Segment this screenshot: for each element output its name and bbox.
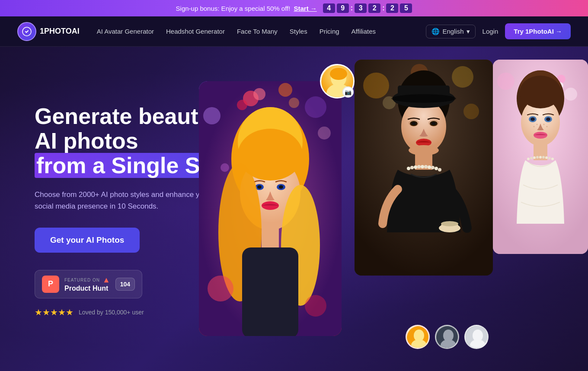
timer-d1: 4 [323, 3, 335, 13]
svg-point-77 [543, 124, 545, 125]
banner-text: Sign-up bonus: Enjoy a special 50% off! [176, 5, 291, 12]
try-cta-button[interactable]: Try 1PhotoAI → [505, 23, 571, 39]
svg-point-25 [305, 295, 326, 317]
svg-point-17 [257, 185, 262, 189]
product-hunt-icon: P [42, 276, 59, 293]
svg-point-90 [542, 156, 545, 159]
globe-icon: 🌐 [431, 28, 440, 35]
svg-point-74 [520, 76, 561, 108]
svg-point-54 [417, 165, 421, 168]
svg-point-75 [534, 126, 535, 127]
svg-point-18 [279, 185, 283, 189]
top-banner: Sign-up bonus: Enjoy a special 50% off! … [0, 0, 588, 16]
selfie-svg [199, 81, 342, 336]
selfie-image [199, 81, 342, 336]
login-button[interactable]: Login [483, 28, 499, 35]
svg-point-82 [546, 117, 550, 121]
lady-black-svg [355, 60, 493, 276]
timer-d4: 2 [368, 3, 380, 13]
svg-point-40 [391, 94, 456, 103]
main-ai-photo [355, 60, 493, 276]
svg-point-65 [497, 73, 514, 90]
svg-point-93 [551, 158, 554, 160]
svg-point-32 [452, 66, 473, 88]
svg-point-86 [530, 157, 533, 159]
svg-point-44 [431, 122, 436, 125]
nav-link-affiliates[interactable]: Affiliates [352, 28, 376, 35]
svg-point-78 [546, 126, 548, 127]
product-hunt-badge[interactable]: P FEATURED ON ▲ Product Hunt 104 [35, 270, 142, 298]
start-link[interactable]: Start → [294, 5, 316, 12]
product-hunt-info: FEATURED ON ▲ Product Hunt [64, 276, 110, 292]
timer-d2: 9 [337, 3, 349, 13]
svg-point-58 [431, 166, 435, 169]
svg-point-9 [278, 83, 292, 97]
nav-link-ai-avatar[interactable]: AI Avatar Generator [97, 28, 154, 35]
lang-label: English [442, 28, 463, 35]
ph-arrow: ▲ [102, 276, 110, 285]
svg-point-51 [407, 167, 410, 170]
thumbnail-2[interactable] [435, 325, 459, 349]
logo-icon [17, 22, 36, 41]
side-lady-svg [493, 60, 588, 254]
selfie-bg [199, 81, 342, 336]
svg-point-63 [441, 221, 458, 226]
svg-point-53 [414, 165, 417, 169]
svg-point-56 [424, 165, 428, 168]
nav-link-pricing[interactable]: Pricing [320, 28, 339, 35]
thumbnail-1[interactable] [406, 325, 430, 349]
svg-point-24 [208, 276, 233, 301]
svg-point-66 [564, 88, 577, 101]
user-thumbnails [406, 325, 489, 349]
svg-point-3 [318, 127, 331, 140]
star-rating: ★★★★★ [35, 307, 74, 317]
loved-text: Loved by 150,000+ user [79, 309, 144, 316]
svg-point-88 [536, 156, 539, 159]
logo[interactable]: 1PHOTOAI [17, 22, 80, 41]
camera-icon[interactable]: 📷 [342, 86, 354, 98]
svg-point-59 [435, 167, 438, 170]
thumbnail-3[interactable] [464, 325, 489, 349]
nav-link-styles[interactable]: Styles [290, 28, 307, 35]
nav-link-face-to-many[interactable]: Face To Many [237, 28, 278, 35]
svg-point-7 [253, 88, 265, 100]
svg-point-8 [237, 100, 247, 110]
logo-text: 1PHOTOAI [40, 27, 80, 36]
svg-point-52 [410, 166, 414, 169]
svg-point-60 [438, 168, 441, 171]
lady-black-bg [355, 60, 493, 276]
svg-point-81 [530, 117, 535, 121]
svg-point-35 [463, 104, 479, 119]
ph-name: Product Hunt [64, 285, 110, 292]
svg-point-91 [545, 156, 548, 159]
svg-point-89 [539, 156, 542, 159]
svg-point-57 [428, 165, 431, 169]
timer-d5: 2 [386, 3, 398, 13]
svg-point-2 [203, 107, 220, 124]
nav-links: AI Avatar Generator Headshot Generator F… [97, 28, 426, 35]
timer-d3: 3 [355, 3, 367, 13]
timer-colon-2: : [382, 4, 384, 12]
timer-colon-1: : [351, 4, 353, 12]
hero-description: Choose from 2000+ AI photo styles and en… [35, 189, 216, 212]
svg-rect-23 [242, 247, 298, 336]
avatar-upload-area: 📷 [320, 64, 355, 100]
countdown-timer: 4 9 : 3 2 : 2 5 [323, 3, 412, 13]
side-photo-bg [493, 60, 588, 254]
nav-right: 🌐 English ▾ Login Try 1PhotoAI → [426, 23, 571, 39]
svg-point-92 [548, 157, 551, 159]
hero-section: Generate beautiful AI photos from a Sing… [0, 47, 588, 371]
language-selector[interactable]: 🌐 English ▾ [426, 25, 475, 38]
svg-point-10 [289, 98, 299, 108]
svg-point-4 [220, 163, 229, 172]
timer-d6: 5 [400, 3, 412, 13]
svg-point-85 [527, 158, 530, 160]
nav-link-headshot[interactable]: Headshot Generator [166, 28, 225, 35]
main-nav: 1PHOTOAI AI Avatar Generator Headshot Ge… [0, 16, 588, 47]
svg-point-43 [412, 122, 416, 125]
hero-cta-button[interactable]: Get your AI Photos [35, 228, 140, 253]
svg-point-87 [533, 156, 536, 159]
ph-vote-count: 104 [115, 278, 135, 291]
svg-point-55 [421, 165, 424, 168]
side-ai-photo [493, 60, 588, 254]
